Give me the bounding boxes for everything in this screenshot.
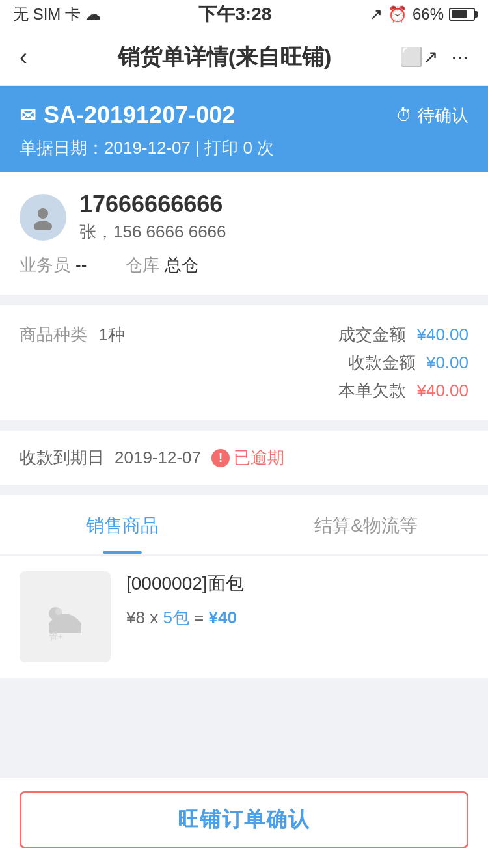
svg-point-0: [38, 208, 48, 219]
product-item: 管+ [0000002]面包 ¥8 x 5包 = ¥40: [0, 556, 488, 678]
tabs-container: 销售商品 结算&物流等: [0, 495, 488, 554]
share-button[interactable]: ⬜↗: [400, 46, 438, 68]
nav-bar: ‹ 销货单详情(来自旺铺) ⬜↗ ···: [0, 29, 488, 86]
product-name: [0000002]面包: [126, 571, 468, 596]
product-qty: 5包: [163, 608, 189, 627]
avatar-icon: [30, 204, 56, 230]
equals-sign: =: [189, 608, 209, 627]
goods-type-value: 1种: [98, 325, 124, 344]
order-status: ⏱ 待确认: [396, 104, 468, 127]
product-placeholder-icon: 管+: [39, 591, 91, 643]
status-text: 待确认: [418, 104, 468, 127]
order-header-card: ✉ SA-20191207-002 ⏱ 待确认 单据日期：2019-12-07 …: [0, 86, 488, 172]
customer-avatar: [20, 194, 66, 241]
bottom-bar: 旺铺订单确认: [0, 778, 488, 868]
salesperson-value: --: [75, 255, 87, 275]
svg-text:管+: 管+: [49, 631, 63, 642]
price-per-unit: ¥8 x: [126, 608, 163, 627]
warehouse-value: 总仓: [165, 254, 198, 277]
received-amount-label: 收款金额: [348, 351, 416, 374]
clock-icon: ⏱: [396, 105, 413, 126]
goods-type-label: 商品种类: [20, 325, 87, 344]
product-info: [0000002]面包 ¥8 x 5包 = ¥40: [126, 571, 468, 662]
status-left: 无 SIM 卡 ☁: [13, 4, 101, 25]
customer-card: 17666666666 张，156 6666 6666 业务员 -- 仓库 总仓: [0, 172, 488, 295]
product-price: ¥8 x 5包 = ¥40: [126, 606, 468, 629]
due-date-value: 2019-12-07: [115, 448, 201, 468]
overdue-text: 已逾期: [234, 446, 284, 469]
summary-card: 商品种类 1种 成交金额 ¥40.00 收款金额 ¥0.00 本单欠款 ¥40.…: [0, 305, 488, 420]
order-id: ✉ SA-20191207-002: [20, 102, 235, 129]
content-area: 管+ [0000002]面包 ¥8 x 5包 = ¥40: [0, 556, 488, 769]
status-right: ↗ ⏰ 66%: [370, 5, 475, 23]
status-time: 下午3:28: [198, 2, 271, 27]
tab-bar: 销售商品 结算&物流等: [0, 495, 488, 554]
svg-point-3: [55, 608, 62, 615]
overdue-badge: ! 已逾期: [211, 446, 284, 469]
debt-amount-label: 本单欠款: [338, 379, 406, 402]
location-icon: ↗: [370, 5, 383, 23]
received-amount-value: ¥0.00: [426, 353, 468, 373]
salesperson-label: 业务员: [20, 254, 70, 277]
battery-icon: [449, 8, 475, 21]
overdue-dot-icon: !: [211, 449, 230, 467]
product-image: 管+: [20, 571, 111, 662]
battery-percent: 66%: [413, 5, 444, 23]
deal-amount-label: 成交金额: [338, 323, 406, 346]
more-button[interactable]: ···: [451, 45, 468, 69]
alarm-icon: ⏰: [388, 5, 407, 23]
nav-actions: ⬜↗ ···: [390, 45, 468, 69]
customer-name: 张，156 6666 6666: [79, 221, 226, 243]
due-date-card: 收款到期日 2019-12-07 ! 已逾期: [0, 431, 488, 485]
svg-point-1: [34, 221, 52, 230]
order-date: 单据日期：2019-12-07 | 打印 0 次: [20, 137, 468, 159]
tab-settlement-logistics[interactable]: 结算&物流等: [244, 495, 488, 554]
back-button[interactable]: ‹: [20, 44, 59, 71]
sim-status: 无 SIM 卡 ☁: [13, 4, 101, 25]
customer-phone: 17666666666: [79, 191, 226, 218]
status-bar: 无 SIM 卡 ☁ 下午3:28 ↗ ⏰ 66%: [0, 0, 488, 29]
customer-meta: 业务员 -- 仓库 总仓: [20, 254, 468, 277]
page-title: 销货单详情(来自旺铺): [59, 42, 390, 72]
warehouse-label: 仓库: [126, 254, 159, 277]
confirm-order-button[interactable]: 旺铺订单确认: [20, 791, 468, 848]
order-id-text: SA-20191207-002: [44, 102, 235, 129]
deal-amount-value: ¥40.00: [416, 325, 468, 345]
tab-sales-products[interactable]: 销售商品: [0, 495, 244, 554]
amount-summary: 成交金额 ¥40.00 收款金额 ¥0.00 本单欠款 ¥40.00: [338, 323, 468, 402]
debt-amount-value: ¥40.00: [416, 381, 468, 401]
due-date-label: 收款到期日: [20, 446, 104, 469]
product-total: ¥40: [208, 608, 236, 627]
order-icon: ✉: [20, 104, 36, 127]
